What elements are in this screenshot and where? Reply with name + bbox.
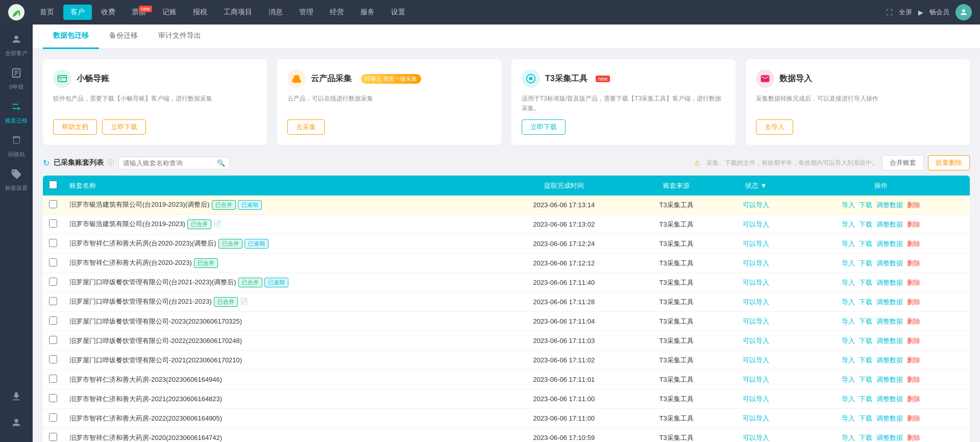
row-checkbox[interactable] <box>49 239 57 247</box>
nav-fees[interactable]: 收费 <box>94 5 122 20</box>
vip-label[interactable]: 畅会员 <box>929 8 949 17</box>
action-下载[interactable]: 下载 <box>859 201 872 209</box>
action-调整数据[interactable]: 调整数据 <box>876 434 903 441</box>
row-checkbox[interactable] <box>49 355 57 363</box>
help-doc-button[interactable]: 帮助文档 <box>53 119 97 135</box>
action-下载[interactable]: 下载 <box>859 317 872 325</box>
row-checkbox[interactable] <box>49 258 57 266</box>
nav-settings[interactable]: 设置 <box>384 5 412 20</box>
action-导入[interactable]: 导入 <box>842 279 855 286</box>
action-调整数据[interactable]: 调整数据 <box>876 259 903 267</box>
nav-tax[interactable]: 报税 <box>186 5 214 20</box>
action-下载[interactable]: 下载 <box>859 298 872 306</box>
action-调整数据[interactable]: 调整数据 <box>876 317 903 325</box>
action-下载[interactable]: 下载 <box>859 259 872 267</box>
sidebar-item-zero-declare[interactable]: 0申报 <box>0 62 33 96</box>
action-删除[interactable]: 删除 <box>907 201 920 209</box>
nav-customer[interactable]: 客户 <box>63 5 92 20</box>
action-导入[interactable]: 导入 <box>842 376 855 383</box>
nav-manage[interactable]: 管理 <box>292 5 321 20</box>
action-下载[interactable]: 下载 <box>859 414 872 422</box>
nav-operations[interactable]: 经营 <box>323 5 351 20</box>
row-checkbox[interactable] <box>49 278 57 286</box>
vip-icon[interactable]: ▶ <box>918 9 923 16</box>
info-icon[interactable]: ⓘ <box>108 158 114 167</box>
action-删除[interactable]: 删除 <box>907 395 920 403</box>
row-checkbox[interactable] <box>49 375 57 383</box>
row-checkbox[interactable] <box>49 200 57 208</box>
row-checkbox[interactable] <box>49 297 57 305</box>
row-checkbox[interactable] <box>49 316 57 325</box>
row-checkbox[interactable] <box>49 394 57 402</box>
action-导入[interactable]: 导入 <box>842 414 855 422</box>
action-删除[interactable]: 删除 <box>907 337 920 345</box>
merge-account-button[interactable]: 合并账套 <box>882 155 924 170</box>
nav-message[interactable]: 消息 <box>261 5 290 20</box>
sidebar-item-download[interactable] <box>9 386 24 412</box>
action-导入[interactable]: 导入 <box>842 356 855 364</box>
action-删除[interactable]: 删除 <box>907 414 920 422</box>
action-调整数据[interactable]: 调整数据 <box>876 298 903 306</box>
action-调整数据[interactable]: 调整数据 <box>876 240 903 248</box>
tab-data-migration[interactable]: 数据包迁移 <box>43 24 99 49</box>
fullscreen-icon[interactable]: ⛶ <box>886 9 893 16</box>
action-下载[interactable]: 下载 <box>859 220 872 228</box>
row-checkbox[interactable] <box>49 413 57 422</box>
action-删除[interactable]: 删除 <box>907 434 920 441</box>
action-下载[interactable]: 下载 <box>859 279 872 286</box>
nav-invoice[interactable]: 票据new <box>125 5 153 20</box>
search-button[interactable]: 🔍 <box>217 159 225 167</box>
action-导入[interactable]: 导入 <box>842 317 855 325</box>
action-导入[interactable]: 导入 <box>842 201 855 209</box>
go-import-button[interactable]: 去导入 <box>756 119 793 135</box>
action-调整数据[interactable]: 调整数据 <box>876 220 903 228</box>
row-checkbox[interactable] <box>49 336 57 344</box>
action-导入[interactable]: 导入 <box>842 220 855 228</box>
action-导入[interactable]: 导入 <box>842 434 855 441</box>
action-下载[interactable]: 下载 <box>859 356 872 364</box>
sidebar-item-account-migrate[interactable]: 账套迁移 <box>0 96 33 130</box>
refresh-icon[interactable]: ↻ <box>43 158 50 168</box>
action-删除[interactable]: 删除 <box>907 259 920 267</box>
action-导入[interactable]: 导入 <box>842 259 855 267</box>
action-删除[interactable]: 删除 <box>907 317 920 325</box>
action-导入[interactable]: 导入 <box>842 240 855 248</box>
go-collect-button[interactable]: 去采集 <box>287 119 325 135</box>
nav-service[interactable]: 服务 <box>353 5 382 20</box>
action-删除[interactable]: 删除 <box>907 279 920 286</box>
fullscreen-label[interactable]: 全屏 <box>899 8 912 17</box>
sidebar-item-all-customers[interactable]: 全部客户 <box>0 29 33 62</box>
tab-backup-migration[interactable]: 备份迁移 <box>99 24 148 49</box>
action-下载[interactable]: 下载 <box>859 337 872 345</box>
tab-audit-export[interactable]: 审计文件导出 <box>148 24 211 49</box>
action-调整数据[interactable]: 调整数据 <box>876 201 903 209</box>
action-调整数据[interactable]: 调整数据 <box>876 279 903 286</box>
action-调整数据[interactable]: 调整数据 <box>876 395 903 403</box>
action-导入[interactable]: 导入 <box>842 395 855 403</box>
sidebar-item-recycle[interactable]: 回收站 <box>0 130 33 163</box>
action-删除[interactable]: 删除 <box>907 240 920 248</box>
action-删除[interactable]: 删除 <box>907 220 920 228</box>
action-调整数据[interactable]: 调整数据 <box>876 414 903 422</box>
nav-business[interactable]: 工商项目 <box>216 5 259 20</box>
nav-home[interactable]: 首页 <box>33 5 61 20</box>
nav-bookkeeping[interactable]: 记账 <box>155 5 184 20</box>
select-all-checkbox[interactable] <box>49 181 57 189</box>
action-下载[interactable]: 下载 <box>859 240 872 248</box>
download-now-button-3[interactable]: 立即下载 <box>522 119 566 135</box>
row-checkbox[interactable] <box>49 219 57 228</box>
search-input[interactable] <box>123 159 215 167</box>
action-调整数据[interactable]: 调整数据 <box>876 376 903 383</box>
action-删除[interactable]: 删除 <box>907 298 920 306</box>
action-调整数据[interactable]: 调整数据 <box>876 337 903 345</box>
row-checkbox[interactable] <box>49 433 57 441</box>
sidebar-item-tag-settings[interactable]: 标签设置 <box>0 163 33 197</box>
sidebar-item-user-profile[interactable] <box>9 412 24 438</box>
action-导入[interactable]: 导入 <box>842 298 855 306</box>
action-删除[interactable]: 删除 <box>907 376 920 383</box>
user-avatar[interactable] <box>955 4 972 20</box>
action-下载[interactable]: 下载 <box>859 395 872 403</box>
action-调整数据[interactable]: 调整数据 <box>876 356 903 364</box>
action-下载[interactable]: 下载 <box>859 434 872 441</box>
action-下载[interactable]: 下载 <box>859 376 872 383</box>
